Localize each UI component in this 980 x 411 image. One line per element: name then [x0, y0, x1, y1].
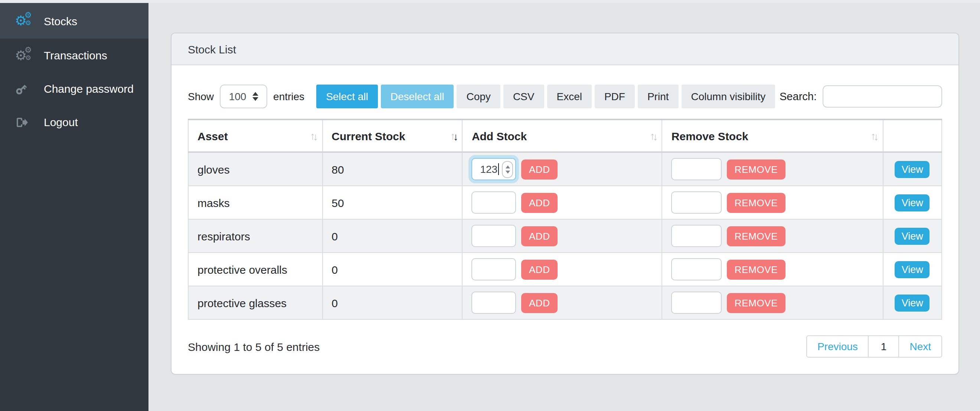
- pdf-button[interactable]: PDF: [595, 84, 635, 108]
- table-toolbar: Show 100 entries Select allDeselect allC…: [188, 84, 942, 108]
- current-stock-cell: 0: [322, 219, 463, 252]
- add-button[interactable]: ADD: [522, 293, 558, 313]
- view-button[interactable]: View: [895, 227, 930, 244]
- remove-button[interactable]: REMOVE: [727, 226, 785, 246]
- csv-button[interactable]: CSV: [503, 84, 544, 108]
- logout-icon: [15, 114, 35, 130]
- column-header-actions: [883, 119, 942, 152]
- gears-icon: ⚙︎⚙︎⚙︎: [15, 13, 35, 29]
- sidebar-item-stocks[interactable]: ⚙︎⚙︎⚙︎Stocks: [0, 3, 148, 38]
- remove-stock-cell: REMOVE: [662, 286, 883, 319]
- column-header-remove-stock[interactable]: Remove Stock↑↓: [662, 119, 883, 152]
- table-row: protective glasses0ADDREMOVEView: [188, 286, 942, 319]
- view-button[interactable]: View: [895, 294, 930, 311]
- table-row: masks50ADDREMOVEView: [188, 186, 942, 219]
- asset-cell: masks: [188, 186, 322, 219]
- page-length-group: Show 100 entries: [188, 84, 304, 108]
- sidebar-item-logout[interactable]: Logout: [0, 105, 148, 139]
- table-head: Asset↑↓Current Stock↑↓Add Stock↑↓Remove …: [188, 119, 942, 152]
- search-label: Search:: [780, 90, 817, 102]
- column-label: Asset: [197, 129, 228, 142]
- remove-stock-input[interactable]: [671, 191, 722, 214]
- add-button[interactable]: ADD: [522, 192, 558, 213]
- remove-stock-cell: REMOVE: [662, 252, 883, 286]
- column-label: Add Stock: [472, 129, 527, 142]
- asset-cell: protective overalls: [188, 252, 322, 286]
- add-stock-input[interactable]: [472, 258, 516, 281]
- excel-button[interactable]: Excel: [547, 84, 591, 108]
- number-stepper-icon[interactable]: [502, 160, 513, 178]
- sort-icon: ↑↓: [450, 130, 456, 142]
- sidebar-item-label: Transactions: [44, 49, 107, 62]
- table-row: protective overalls0ADDREMOVEView: [188, 252, 942, 286]
- sidebar: ⚙︎⚙︎⚙︎Stocks⚙︎⚙︎⚙︎TransactionsChange pas…: [0, 3, 148, 411]
- table-footer: Showing 1 to 5 of 5 entries Previous 1 N…: [188, 335, 942, 358]
- add-stock-cell: ADD: [463, 252, 662, 286]
- pagination-previous[interactable]: Previous: [806, 335, 869, 358]
- add-stock-cell: ADD: [463, 219, 662, 252]
- add-button[interactable]: ADD: [522, 259, 558, 279]
- asset-cell: protective glasses: [188, 286, 322, 319]
- show-label: Show: [188, 90, 214, 102]
- add-stock-value: 123: [480, 163, 498, 175]
- remove-stock-input[interactable]: [671, 258, 722, 281]
- table-row: gloves80123ADDREMOVEView: [188, 152, 942, 186]
- add-button[interactable]: ADD: [522, 226, 558, 246]
- search-input[interactable]: [822, 85, 942, 108]
- column-label: Current Stock: [331, 129, 405, 142]
- page-length-value: 100: [229, 90, 247, 102]
- column-visibility-button[interactable]: Column visibility: [681, 84, 775, 108]
- remove-button[interactable]: REMOVE: [727, 259, 785, 279]
- add-stock-cell: ADD: [463, 186, 662, 219]
- add-stock-cell: ADD: [463, 286, 662, 319]
- add-stock-input[interactable]: [472, 292, 516, 314]
- remove-stock-cell: REMOVE: [662, 152, 883, 186]
- sidebar-item-transactions[interactable]: ⚙︎⚙︎⚙︎Transactions: [0, 38, 148, 72]
- remove-stock-input[interactable]: [671, 292, 722, 314]
- datatable-buttons: Select allDeselect allCopyCSVExcelPDFPri…: [316, 84, 778, 108]
- view-cell: View: [883, 286, 942, 319]
- remove-stock-input[interactable]: [671, 225, 722, 247]
- current-stock-cell: 80: [322, 152, 463, 186]
- remove-stock-cell: REMOVE: [662, 186, 883, 219]
- view-cell: View: [883, 152, 942, 186]
- remove-button[interactable]: REMOVE: [727, 159, 785, 179]
- pagination: Previous 1 Next: [806, 335, 942, 358]
- sort-icon: ↑↓: [310, 130, 316, 142]
- view-cell: View: [883, 252, 942, 286]
- view-button[interactable]: View: [895, 160, 930, 178]
- current-stock-cell: 0: [322, 252, 463, 286]
- add-stock-cell: 123ADD: [463, 152, 662, 186]
- remove-stock-input[interactable]: [671, 158, 722, 180]
- select-all-button[interactable]: Select all: [316, 84, 378, 108]
- app-root: ⚙︎⚙︎⚙︎Stocks⚙︎⚙︎⚙︎TransactionsChange pas…: [0, 0, 980, 411]
- current-stock-cell: 50: [322, 186, 463, 219]
- select-arrows-icon: [252, 92, 258, 101]
- sidebar-item-label: Logout: [44, 116, 78, 129]
- entries-label: entries: [273, 90, 304, 102]
- remove-button[interactable]: REMOVE: [727, 192, 785, 213]
- remove-button[interactable]: REMOVE: [727, 293, 785, 313]
- current-stock-cell: 0: [322, 286, 463, 319]
- view-button[interactable]: View: [895, 261, 930, 278]
- card-header: Stock List: [172, 33, 958, 65]
- add-stock-input[interactable]: [472, 191, 516, 214]
- view-button[interactable]: View: [895, 194, 930, 211]
- copy-button[interactable]: Copy: [457, 84, 500, 108]
- add-stock-input[interactable]: 123: [472, 158, 516, 180]
- column-header-add-stock[interactable]: Add Stock↑↓: [463, 119, 662, 152]
- asset-cell: gloves: [188, 152, 322, 186]
- add-stock-input[interactable]: [472, 225, 516, 247]
- deselect-all-button[interactable]: Deselect all: [381, 84, 454, 108]
- print-button[interactable]: Print: [638, 84, 679, 108]
- sidebar-item-change-password[interactable]: Change password: [0, 72, 148, 105]
- column-header-current-stock[interactable]: Current Stock↑↓: [322, 119, 463, 152]
- table-row: respirators0ADDREMOVEView: [188, 219, 942, 252]
- column-header-asset[interactable]: Asset↑↓: [188, 119, 322, 152]
- pagination-next[interactable]: Next: [898, 335, 942, 358]
- view-cell: View: [883, 219, 942, 252]
- page-length-select[interactable]: 100: [220, 84, 267, 108]
- pagination-page-1[interactable]: 1: [868, 335, 899, 358]
- entries-info: Showing 1 to 5 of 5 entries: [188, 340, 320, 353]
- add-button[interactable]: ADD: [522, 159, 558, 179]
